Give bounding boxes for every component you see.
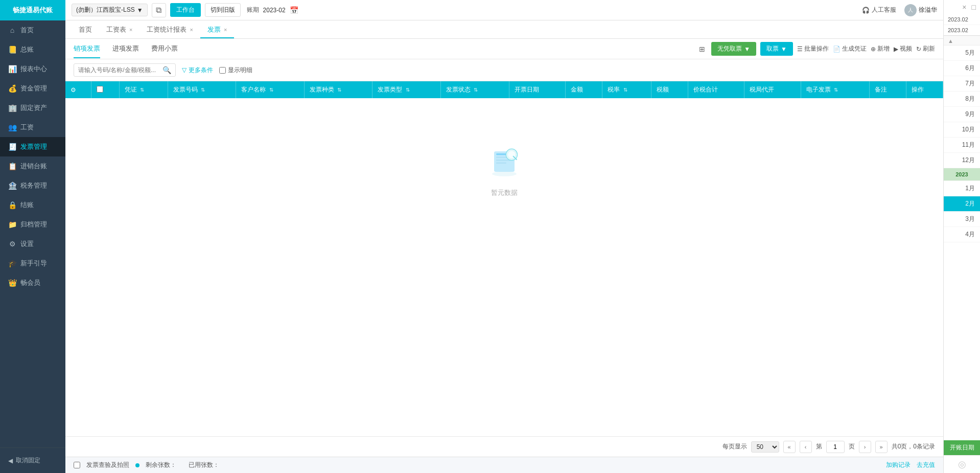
th-tax: 税额	[651, 81, 688, 98]
sub-tab-sales-invoice[interactable]: 销项发票	[74, 40, 100, 58]
date-item-aug[interactable]: 8月	[944, 92, 980, 107]
sort-customer-icon[interactable]: ⇅	[269, 87, 273, 93]
rp-bottom-icon-shape[interactable]: ◎	[958, 459, 966, 470]
th-checkbox[interactable]	[91, 81, 120, 98]
date-item-jan[interactable]: 1月	[944, 181, 980, 196]
more-conditions-btn[interactable]: ▽ 更多条件	[182, 66, 213, 75]
date-item-may[interactable]: 5月	[944, 46, 980, 61]
take-ticket-btn[interactable]: 取票 ▼	[760, 42, 793, 56]
grid-icon-btn[interactable]: ⊞	[697, 43, 707, 55]
table-body: 暂元数据	[65, 98, 943, 238]
calendar-icon[interactable]: 📅	[290, 6, 298, 14]
refresh-btn[interactable]: ↻ 刷新	[916, 44, 935, 53]
sidebar-item-general-ledger[interactable]: 📒 总账	[0, 40, 65, 59]
sort-tax-rate-icon[interactable]: ⇅	[623, 87, 627, 93]
last-page-btn[interactable]: »	[875, 441, 888, 453]
date-item-2023-02-recent[interactable]: 2023.02	[944, 14, 980, 25]
no-voucher-btn[interactable]: 无凭取票 ▼	[711, 42, 756, 56]
verify-checkbox[interactable]	[74, 462, 80, 468]
sidebar-item-member[interactable]: 👑 畅会员	[0, 273, 65, 292]
take-ticket-label: 取票	[766, 44, 779, 53]
empty-state: 暂元数据	[65, 98, 943, 238]
date-item-apr[interactable]: 4月	[944, 227, 980, 242]
page-unit: 页	[849, 442, 855, 451]
tab-salary[interactable]: 工资表 ×	[99, 22, 139, 38]
new-btn[interactable]: ⊕ 新增	[871, 44, 890, 53]
date-item-oct[interactable]: 10月	[944, 122, 980, 138]
date-item-2023-02-recent2[interactable]: 2023.02	[944, 25, 980, 36]
page-input[interactable]	[826, 441, 845, 453]
sidebar-item-fixed-assets[interactable]: 🏢 固定资产	[0, 98, 65, 118]
date-item-feb[interactable]: 2月	[944, 196, 980, 212]
pagination-bar: 每页显示 50 20 100 « ‹ 第 页 › » 共0页，0条记录	[65, 436, 943, 457]
archive-icon: 📁	[8, 220, 16, 229]
sort-voucher-icon[interactable]: ⇅	[140, 87, 144, 93]
search-wrap: 🔍	[74, 63, 176, 77]
th-date: 开票日期	[509, 81, 566, 98]
tab-home[interactable]: 首页	[72, 22, 99, 38]
join-community-link[interactable]: 加购记录	[886, 461, 911, 469]
copy-company-btn[interactable]: ⧉	[152, 3, 166, 17]
sort-invoice-no-icon[interactable]: ⇅	[201, 87, 205, 93]
first-page-btn[interactable]: «	[783, 441, 796, 453]
sidebar-item-guide[interactable]: 🎓 新手引导	[0, 254, 65, 273]
sidebar-item-home[interactable]: ⌂ 首页	[0, 20, 65, 40]
generate-voucher-btn[interactable]: 📄 生成凭证	[833, 44, 867, 53]
period-value: 2023-02	[263, 7, 286, 14]
home-icon: ⌂	[8, 26, 16, 34]
sidebar-item-sales-ledger[interactable]: 📋 进销台账	[0, 156, 65, 176]
sort-status-icon[interactable]: ⇅	[474, 87, 478, 93]
search-input[interactable]	[78, 66, 159, 74]
sidebar-item-settings[interactable]: ⚙ 设置	[0, 234, 65, 254]
user-info[interactable]: 人 徐溢华	[904, 4, 937, 16]
sidebar-item-invoice[interactable]: 🧾 发票管理	[0, 137, 65, 156]
sidebar-item-closing-label: 结账	[20, 200, 34, 210]
rp-maximize-btn[interactable]: □	[970, 2, 978, 12]
service-btn[interactable]: 🎧 人工客服	[862, 6, 896, 14]
date-item-sep[interactable]: 9月	[944, 107, 980, 122]
show-detail-checkbox[interactable]	[219, 67, 226, 74]
next-page-btn[interactable]: ›	[859, 441, 871, 453]
date-item-mar[interactable]: 3月	[944, 212, 980, 227]
sidebar-item-reports[interactable]: 📊 报表中心	[0, 59, 65, 79]
date-item-dec[interactable]: 12月	[944, 153, 980, 168]
tab-salary-stats[interactable]: 工资统计报表 ×	[139, 22, 200, 38]
company-selector[interactable]: (勿删）江西股宝-LSS ▼	[72, 4, 148, 16]
sub-tab-purchase-invoice[interactable]: 进项发票	[112, 40, 139, 58]
prev-page-btn[interactable]: ‹	[800, 441, 812, 453]
video-btn[interactable]: ▶ 视频	[894, 44, 912, 53]
sort-category-icon[interactable]: ⇅	[406, 87, 410, 93]
sidebar-item-archive[interactable]: 📁 归档管理	[0, 215, 65, 234]
sidebar-item-closing[interactable]: 🔒 结账	[0, 195, 65, 215]
invoice-icon: 🧾	[8, 143, 16, 151]
tab-invoice-close[interactable]: ×	[224, 27, 227, 33]
sort-type-icon[interactable]: ⇅	[337, 87, 341, 93]
sub-tab-expense-receipt[interactable]: 费用小票	[151, 40, 178, 58]
sidebar-item-tax[interactable]: 🏦 税务管理	[0, 176, 65, 195]
switch-old-btn[interactable]: 切到旧版	[205, 3, 241, 17]
batch-action-btn[interactable]: ☰ 批量操作	[797, 44, 829, 53]
rp-close-btn[interactable]: ×	[960, 2, 968, 12]
sidebar-item-salary[interactable]: 👥 工资	[0, 118, 65, 137]
headset-icon: 🎧	[862, 7, 870, 14]
tab-salary-close[interactable]: ×	[129, 27, 132, 33]
video-label: 视频	[900, 44, 912, 53]
sidebar-collapse-btn[interactable]: ◀ 取消固定	[0, 452, 65, 469]
sidebar-item-funds[interactable]: 💰 资金管理	[0, 79, 65, 98]
workbench-btn[interactable]: 工作台	[170, 3, 201, 17]
select-all-checkbox[interactable]	[97, 86, 103, 93]
open-period-btn[interactable]: 开账日期	[944, 440, 980, 455]
date-item-jul[interactable]: 7月	[944, 76, 980, 92]
show-detail-wrap[interactable]: 显示明细	[219, 66, 252, 75]
date-item-jun[interactable]: 6月	[944, 61, 980, 76]
tab-salary-stats-close[interactable]: ×	[190, 27, 193, 33]
page-size-select[interactable]: 50 20 100	[751, 441, 779, 453]
settings-icon: ⚙	[8, 240, 16, 248]
th-invoice-status: 发票状态 ⇅	[441, 81, 509, 98]
th-settings[interactable]: ⚙	[65, 81, 91, 98]
filter-icon: ▽	[182, 66, 186, 74]
sort-e-invoice-icon[interactable]: ⇅	[834, 87, 838, 93]
date-item-nov[interactable]: 11月	[944, 138, 980, 153]
recharge-link[interactable]: 去充值	[917, 461, 935, 469]
tab-invoice[interactable]: 发票 ×	[200, 22, 234, 38]
